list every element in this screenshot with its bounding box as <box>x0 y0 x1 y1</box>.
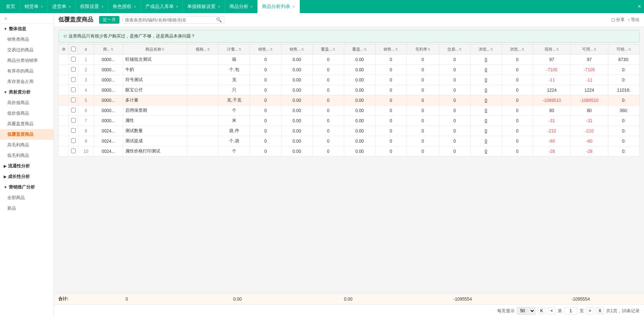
nav-tab-product-entry[interactable]: 产成品入库单 × <box>141 0 183 13</box>
column-name[interactable]: 商品名称⇅ <box>123 44 187 55</box>
sidebar-item-high-coverage[interactable]: 高覆盖度商品 <box>0 119 54 129</box>
column-coverage1[interactable]: 覆盖...⇅ <box>313 44 344 55</box>
close-icon[interactable]: × <box>134 4 136 9</box>
cell-name[interactable]: 属性 <box>123 116 187 126</box>
nav-tab-perms[interactable]: 权限设置 × <box>76 0 108 13</box>
cell-name[interactable]: 眼宝公仔 <box>123 85 187 95</box>
sidebar-item-high-value[interactable]: 高价值商品 <box>0 98 54 108</box>
sidebar-item-low-margin[interactable]: 低毛利商品 <box>0 150 54 161</box>
table-row[interactable]: 7 0000... 属性 米 0 0.00 0 0.00 0 0 0 0 0 -… <box>59 116 640 126</box>
cell-name[interactable]: 测试数量 <box>123 126 187 136</box>
cell-b1[interactable]: 0 <box>470 95 502 106</box>
nav-tab-sales[interactable]: 销货单 × <box>20 0 48 13</box>
nav-tab-roles[interactable]: 角色授权 × <box>108 0 141 13</box>
sidebar-item-sales-goods[interactable]: 销售类商品 <box>0 34 54 45</box>
cell-checkbox[interactable] <box>69 85 78 95</box>
prev-page-button[interactable]: < <box>548 307 555 314</box>
column-browse1[interactable]: 浏览...⇅ <box>470 44 502 55</box>
search-input[interactable] <box>125 17 216 23</box>
table-row[interactable]: 8 0024... 测试数量 袋,件 0 0.00 0 0.00 0 0 0 0… <box>59 126 640 136</box>
close-icon[interactable]: × <box>41 4 43 9</box>
close-icon[interactable]: × <box>218 4 220 9</box>
sidebar-item-low-coverage[interactable]: 低覆盖度商品 <box>0 129 54 140</box>
cell-name[interactable]: 多计量 <box>123 95 187 106</box>
cell-b1[interactable]: 0 <box>470 146 502 156</box>
cell-b1[interactable]: 0 <box>470 55 502 65</box>
column-code[interactable]: 商...⇅ <box>94 44 123 55</box>
table-row[interactable]: 3 0000... 符号测试 克 0 0.00 0 0.00 0 0 0 0 0… <box>59 75 640 85</box>
table-row[interactable]: 4 0000... 眼宝公仔 只 0 0.00 0 0.00 0 0 0 0 0… <box>59 85 640 95</box>
nav-tab-purchase[interactable]: 进货单 × <box>48 0 75 13</box>
table-row[interactable]: 2 0000... 牛奶 个,包 0 0.00 0 0.00 0 0 0 0 0… <box>59 65 640 75</box>
cell-checkbox[interactable] <box>69 136 78 146</box>
column-browse2[interactable]: 浏览...⇅ <box>502 44 533 55</box>
sidebar-item-traded-goods[interactable]: 交易过的商品 <box>0 45 54 55</box>
sidebar-collapse-button[interactable]: « <box>3 15 9 21</box>
cell-checkbox[interactable] <box>69 75 78 85</box>
sidebar-item-category-rate[interactable]: 商品分类动销率 <box>0 55 54 66</box>
cell-name[interactable]: 旺辅批次测试 <box>123 55 187 65</box>
column-sales-amt[interactable]: 销售...⇅ <box>281 44 313 55</box>
cell-name[interactable]: 符号测试 <box>123 75 187 85</box>
first-page-button[interactable]: K <box>538 307 546 314</box>
close-icon[interactable]: × <box>68 4 71 9</box>
cell-checkbox[interactable] <box>69 106 78 116</box>
cell-checkbox[interactable] <box>69 65 78 75</box>
table-row[interactable]: 10 0024... 属性价格打印测试 个 0 0.00 0 0.00 0 0 … <box>59 146 640 156</box>
sidebar-section-circulation[interactable]: ▶ 流通性分析 <box>0 161 54 171</box>
cell-b1[interactable]: 0 <box>470 85 502 95</box>
column-available[interactable]: 可用...⇅ <box>570 44 608 55</box>
share-button[interactable]: ⬡ 分享 <box>611 17 625 23</box>
select-all-checkbox[interactable] <box>71 47 76 51</box>
nav-tab-template[interactable]: 单据模板设置 × <box>183 0 225 13</box>
close-icon[interactable]: × <box>176 4 178 9</box>
cell-checkbox[interactable] <box>69 146 78 156</box>
cell-name[interactable]: 牛奶 <box>123 65 187 75</box>
cell-checkbox[interactable] <box>69 55 78 65</box>
table-row[interactable]: 1 0000... 旺辅批次测试 箱 0 0.00 0 0.00 0 0 0 0… <box>59 55 640 65</box>
per-page-select[interactable]: 50 20 100 200 <box>517 307 535 315</box>
sidebar-item-low-value[interactable]: 低价值商品 <box>0 108 54 119</box>
next-page-button[interactable]: > <box>586 307 594 314</box>
sidebar-item-high-margin[interactable]: 高毛利商品 <box>0 140 54 150</box>
nav-tab-home[interactable]: 首页 <box>1 0 20 13</box>
close-all-button[interactable]: × <box>638 3 641 10</box>
cell-b1[interactable]: 0 <box>470 65 502 75</box>
column-trade[interactable]: 交易...⇅ <box>439 44 470 55</box>
cell-checkbox[interactable] <box>69 116 78 126</box>
sidebar-section-marketing[interactable]: ▼ 营销推广分析 <box>0 182 54 193</box>
export-button[interactable]: ↑ 导出 <box>628 17 640 23</box>
cell-name[interactable]: 属性价格打印测试 <box>123 146 187 156</box>
last-page-button[interactable]: X <box>596 307 604 314</box>
column-sellable[interactable]: 可销...⇅ <box>608 44 639 55</box>
close-icon[interactable]: × <box>101 4 103 9</box>
column-gross[interactable]: 毛利率⇅ <box>407 44 439 55</box>
time-filter-button[interactable]: 近一月 <box>99 16 119 24</box>
sidebar-item-stock-capital[interactable]: 库存资金占用 <box>0 76 54 87</box>
cell-checkbox[interactable] <box>69 126 78 136</box>
nav-tab-analysis-list[interactable]: 商品分析列表 × <box>258 0 299 13</box>
sidebar-item-all-goods[interactable]: 全部商品 <box>0 193 54 203</box>
column-settings[interactable]: ⚙ <box>59 44 69 55</box>
column-current[interactable]: 现有...⇅ <box>533 44 570 55</box>
column-coverage2[interactable]: 覆盖...⇅ <box>344 44 375 55</box>
column-sales-qty[interactable]: 销售...⇅ <box>250 44 281 55</box>
page-number-input[interactable] <box>564 307 577 314</box>
table-row[interactable]: 9 0024... 测试提成 个,袋 0 0.00 0 0.00 0 0 0 0… <box>59 136 640 146</box>
sidebar-item-new-goods[interactable]: 新品 <box>0 203 54 214</box>
cell-name[interactable]: 启用保质期 <box>123 106 187 116</box>
cell-b1[interactable]: 0 <box>470 136 502 146</box>
cell-b1[interactable]: 0 <box>470 106 502 116</box>
table-row[interactable]: 5 0000... 多计量 克,千克 0 0.00 0 0.00 0 0 0 0… <box>59 95 640 106</box>
nav-tab-analysis[interactable]: 商品分析 × <box>225 0 258 13</box>
sidebar-section-coverage[interactable]: ▼ 类射度分析 <box>0 87 54 98</box>
column-sales2[interactable]: 销售...⇅ <box>375 44 407 55</box>
close-icon[interactable]: × <box>251 4 253 9</box>
table-row[interactable]: 6 0000... 启用保质期 个 0 0.00 0 0.00 0 0 0 0 … <box>59 106 640 116</box>
column-unit[interactable]: 计量...⇅ <box>219 44 250 55</box>
sidebar-item-in-stock[interactable]: 有库存的商品 <box>0 66 54 76</box>
sidebar-section-growth[interactable]: ▶ 成长性分析 <box>0 171 54 182</box>
sidebar-section-overall[interactable]: ▼ 整体信息 <box>0 24 54 34</box>
cell-b1[interactable]: 0 <box>470 116 502 126</box>
cell-b1[interactable]: 0 <box>470 126 502 136</box>
